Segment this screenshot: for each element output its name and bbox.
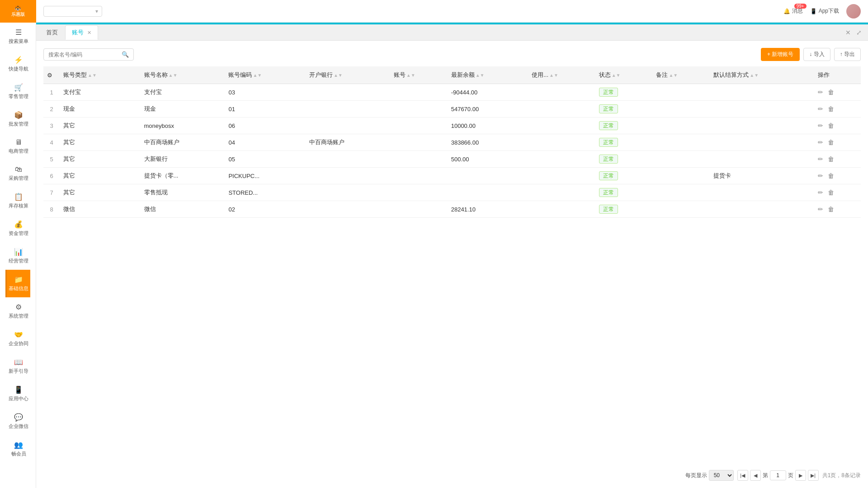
next-page-button[interactable]: ▶ (795, 470, 806, 481)
app-download-label: App下载 (819, 7, 839, 15)
sidebar-item-inventory-check[interactable]: 📋 库存核算 (5, 187, 30, 215)
row-status-2: 正常 (595, 117, 653, 134)
row-balance-4: 500.00 (448, 151, 528, 168)
row-status-5: 正常 (595, 168, 653, 184)
page-label: 第 (763, 472, 768, 479)
edit-button-7[interactable]: ✏ (818, 206, 823, 213)
new-guide-icon: 📖 (14, 358, 23, 366)
sort-bank-icon[interactable]: ▲▼ (334, 73, 343, 78)
delete-button-6[interactable]: 🗑 (828, 189, 834, 196)
sidebar-item-ecommerce-mgmt[interactable]: 🖥 电商管理 (5, 133, 30, 160)
tab-0[interactable]: 首页 (40, 26, 64, 39)
sort-balance-icon[interactable]: ▲▼ (476, 73, 485, 78)
export-button[interactable]: ↑ 导出 (834, 48, 861, 61)
edit-button-4[interactable]: ✏ (818, 155, 823, 163)
table-search-input[interactable] (48, 52, 119, 58)
delete-button-1[interactable]: 🗑 (828, 105, 834, 113)
sidebar: 🐯 乐惠版 ☰ 搜索菜单 ⚡ 快捷导航 🛒 零售管理 📦 批发管理 🖥 电商管理… (0, 0, 36, 488)
expand-button[interactable]: ⤢ (855, 28, 863, 37)
sidebar-item-new-guide[interactable]: 📖 新手引导 (5, 352, 30, 380)
tab-close-1[interactable]: ✕ (87, 30, 91, 36)
topbar-search-input[interactable] (47, 8, 93, 14)
enterprise-wechat-icon: 💬 (14, 413, 23, 422)
search-icon[interactable]: 🔍 (122, 51, 129, 58)
content-area: 🔍 + 新增账号 ↓ 导入 ↑ 导出 ⚙ 账号类型▲▼ 账号名称▲▼ 账号编码▲… (36, 41, 868, 488)
tab-label-0: 首页 (46, 28, 58, 37)
page-number-input[interactable] (770, 470, 786, 480)
app-center-icon: 📱 (14, 385, 23, 394)
sidebar-item-app-center[interactable]: 📱 应用中心 (5, 380, 30, 408)
first-page-button[interactable]: |◀ (737, 470, 748, 481)
topbar-search[interactable]: ▾ (43, 6, 102, 17)
edit-button-6[interactable]: ✏ (818, 189, 823, 196)
sidebar-item-basic-info[interactable]: 📁 基础信息 (5, 270, 30, 297)
table-search-box[interactable]: 🔍 (43, 48, 134, 61)
sort-account-icon[interactable]: ▲▼ (406, 73, 415, 78)
sort-status-icon[interactable]: ▲▼ (612, 73, 621, 78)
sidebar-item-purchase-mgmt[interactable]: 🛍 采购管理 (5, 160, 30, 187)
finance-mgmt-label: 资金管理 (9, 230, 28, 237)
message-badge: 99+ (794, 4, 807, 9)
sidebar-item-operation-mgmt[interactable]: 📊 经营管理 (5, 242, 30, 270)
col-settlement: 默认结算方式▲▼ (710, 66, 814, 84)
app-logo[interactable]: 🐯 乐惠版 (0, 0, 36, 23)
action-icons-3: ✏ 🗑 (818, 139, 857, 146)
row-actions-2: ✏ 🗑 (814, 117, 861, 134)
sidebar-item-system-mgmt[interactable]: ⚙ 系统管理 (5, 297, 30, 325)
page-size-selector[interactable]: 每页显示 50 100 200 (685, 470, 734, 481)
row-account-2 (390, 117, 448, 134)
purchase-mgmt-icon: 🛍 (15, 165, 22, 174)
import-button[interactable]: ↓ 导入 (803, 48, 830, 61)
delete-button-5[interactable]: 🗑 (828, 172, 834, 179)
message-button[interactable]: 🔔 消息 99+ (783, 7, 803, 15)
row-name-4: 大新银行 (141, 151, 225, 168)
sort-settlement-icon[interactable]: ▲▼ (750, 73, 759, 78)
edit-button-2[interactable]: ✏ (818, 122, 823, 129)
sidebar-item-enterprise-agreement[interactable]: 🤝 企业协同 (5, 325, 30, 352)
edit-button-3[interactable]: ✏ (818, 139, 823, 146)
row-name-7: 微信 (141, 201, 225, 218)
enterprise-wechat-label: 企业微信 (9, 423, 28, 430)
topbar: ▾ 🔔 消息 99+ 📱 App下载 (36, 0, 868, 23)
sidebar-item-members[interactable]: 👥 畅会员 (5, 435, 30, 463)
user-avatar[interactable] (846, 4, 861, 19)
sidebar-item-search-menu[interactable]: ☰ 搜索菜单 (5, 23, 30, 50)
sort-usage-icon[interactable]: ▲▼ (549, 73, 558, 78)
row-type-2: 其它 (60, 117, 141, 134)
delete-button-3[interactable]: 🗑 (828, 139, 834, 146)
delete-button-4[interactable]: 🗑 (828, 155, 834, 163)
retail-mgmt-icon: 🛒 (14, 83, 23, 92)
sort-code-icon[interactable]: ▲▼ (253, 73, 262, 78)
wholesale-mgmt-label: 批发管理 (9, 121, 28, 127)
basic-info-icon: 📁 (14, 275, 23, 284)
row-num-3: 4 (43, 134, 60, 151)
row-bank-1 (306, 101, 390, 117)
sidebar-item-enterprise-wechat[interactable]: 💬 企业微信 (5, 408, 30, 435)
sort-remark-icon[interactable]: ▲▼ (669, 73, 678, 78)
topbar-chevron-icon[interactable]: ▾ (95, 8, 98, 14)
add-account-button[interactable]: + 新增账号 (761, 48, 800, 61)
sort-type-icon[interactable]: ▲▼ (88, 73, 97, 78)
last-page-button[interactable]: ▶| (808, 470, 819, 481)
delete-button-2[interactable]: 🗑 (828, 122, 834, 129)
per-page-select[interactable]: 50 100 200 (709, 470, 734, 481)
delete-button-7[interactable]: 🗑 (828, 206, 834, 213)
row-account-5 (390, 168, 448, 184)
row-bank-0 (306, 84, 390, 101)
col-name: 账号名称▲▼ (141, 66, 225, 84)
tab-1[interactable]: 账号✕ (65, 25, 98, 40)
col-settings[interactable]: ⚙ (43, 66, 60, 84)
edit-button-5[interactable]: ✏ (818, 172, 823, 179)
delete-button-0[interactable]: 🗑 (828, 89, 834, 96)
sidebar-item-quick-nav[interactable]: ⚡ 快捷导航 (5, 50, 30, 78)
edit-button-0[interactable]: ✏ (818, 89, 823, 96)
sidebar-item-wholesale-mgmt[interactable]: 📦 批发管理 (5, 105, 30, 133)
sidebar-item-retail-mgmt[interactable]: 🛒 零售管理 (5, 78, 30, 105)
sort-name-icon[interactable]: ▲▼ (169, 73, 178, 78)
app-download-button[interactable]: 📱 App下载 (810, 7, 839, 15)
prev-page-button[interactable]: ◀ (750, 470, 761, 481)
close-all-tabs-button[interactable]: ✕ (844, 28, 852, 37)
edit-button-1[interactable]: ✏ (818, 105, 823, 113)
settings-icon[interactable]: ⚙ (47, 72, 52, 79)
sidebar-item-finance-mgmt[interactable]: 💰 资金管理 (5, 215, 30, 242)
